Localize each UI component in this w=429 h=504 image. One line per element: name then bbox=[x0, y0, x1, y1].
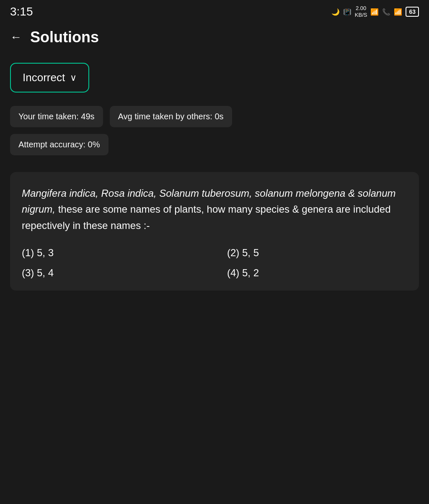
signal-icon: 📶 bbox=[394, 8, 402, 16]
header: ← Solutions bbox=[0, 22, 429, 56]
time-taken-text: Your time taken: 49s bbox=[18, 112, 95, 121]
battery-indicator: 63 bbox=[406, 7, 419, 17]
vibrate-icon: 📳 bbox=[343, 8, 351, 16]
option-2[interactable]: (2) 5, 5 bbox=[227, 247, 407, 259]
filter-dropdown[interactable]: Incorrect ∨ bbox=[10, 63, 89, 93]
page-title: Solutions bbox=[30, 28, 99, 46]
question-body: these are some names of plants, how many… bbox=[22, 203, 390, 231]
stats-row-2: Attempt accuracy: 0% bbox=[10, 134, 419, 169]
time-taken-badge: Your time taken: 49s bbox=[10, 106, 103, 127]
stats-row-1: Your time taken: 49s Avg time taken by o… bbox=[10, 106, 419, 127]
question-box: Mangifera indica, Rosa indica, Solanum t… bbox=[10, 172, 419, 291]
plant-3: Solanum tuberosum bbox=[159, 188, 249, 199]
status-icons: 🌙 📳 2.00KB/S 📶 📞 📶 63 bbox=[331, 5, 419, 18]
question-text: Mangifera indica, Rosa indica, Solanum t… bbox=[22, 185, 407, 234]
status-time: 3:15 bbox=[10, 5, 33, 18]
accuracy-badge: Attempt accuracy: 0% bbox=[10, 134, 109, 155]
option-4[interactable]: (4) 5, 2 bbox=[227, 267, 407, 279]
network-speed: 2.00KB/S bbox=[355, 5, 367, 18]
call-icon: 📞 bbox=[382, 8, 390, 16]
options-grid: (1) 5, 3 (2) 5, 5 (3) 5, 4 (4) 5, 2 bbox=[22, 247, 407, 279]
chevron-down-icon: ∨ bbox=[70, 72, 77, 83]
avg-time-badge: Avg time taken by others: 0s bbox=[110, 106, 232, 127]
wifi-icon: 📶 bbox=[370, 8, 379, 16]
accuracy-text: Attempt accuracy: 0% bbox=[18, 140, 100, 149]
main-content: Incorrect ∨ Your time taken: 49s Avg tim… bbox=[0, 56, 429, 297]
status-bar: 3:15 🌙 📳 2.00KB/S 📶 📞 📶 63 bbox=[0, 0, 429, 22]
plant-4: solanum melongena bbox=[255, 188, 345, 199]
back-button[interactable]: ← bbox=[10, 31, 22, 44]
option-3[interactable]: (3) 5, 4 bbox=[22, 267, 202, 279]
ampersand: & bbox=[348, 188, 355, 199]
option-1[interactable]: (1) 5, 3 bbox=[22, 247, 202, 259]
filter-label: Incorrect bbox=[23, 71, 65, 84]
avg-time-text: Avg time taken by others: 0s bbox=[118, 112, 224, 121]
plant-2: Rosa indica bbox=[101, 188, 153, 199]
moon-icon: 🌙 bbox=[331, 8, 340, 16]
plant-1: Mangifera indica bbox=[22, 188, 96, 199]
